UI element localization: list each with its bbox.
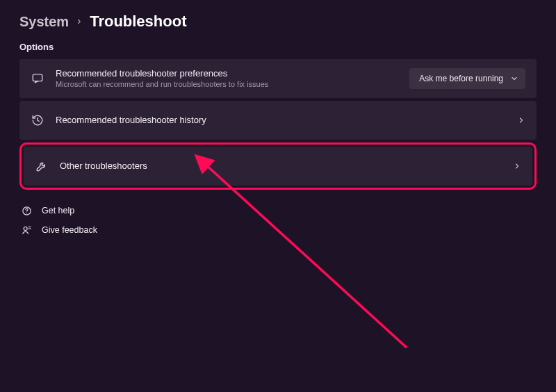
svg-point-3	[24, 227, 27, 230]
setting-title: Recommended troubleshooter preferences	[56, 68, 409, 79]
link-label: Give feedback	[42, 225, 97, 235]
page-title: Troubleshoot	[90, 13, 186, 31]
chevron-right-icon	[513, 162, 521, 170]
help-icon	[21, 205, 32, 216]
setting-recommended-preferences[interactable]: Recommended troubleshooter preferences M…	[19, 59, 537, 98]
svg-rect-0	[33, 74, 42, 81]
history-icon	[31, 113, 44, 127]
chevron-right-icon	[517, 116, 525, 124]
setting-subtitle: Microsoft can recommend and run troubles…	[56, 80, 409, 89]
preferences-dropdown[interactable]: Ask me before running	[409, 68, 525, 89]
dropdown-value: Ask me before running	[419, 74, 503, 83]
breadcrumb-system[interactable]: System	[19, 14, 69, 30]
setting-other-troubleshooters[interactable]: Other troubleshooters	[24, 147, 532, 186]
chevron-right-icon	[76, 18, 83, 25]
chat-icon	[31, 72, 44, 85]
link-label: Get help	[42, 206, 74, 215]
setting-recommended-history[interactable]: Recommended troubleshooter history	[19, 101, 537, 140]
section-label-options: Options	[19, 42, 537, 52]
chevron-down-icon	[510, 74, 518, 83]
setting-title: Other troubleshooters	[60, 161, 513, 172]
annotation-highlight-box: Other troubleshooters	[19, 142, 537, 190]
setting-title: Recommended troubleshooter history	[56, 115, 517, 126]
feedback-icon	[21, 224, 32, 236]
give-feedback-link[interactable]: Give feedback	[21, 220, 537, 240]
breadcrumb: System Troubleshoot	[19, 13, 537, 31]
get-help-link[interactable]: Get help	[21, 201, 537, 220]
wrench-icon	[35, 159, 49, 173]
